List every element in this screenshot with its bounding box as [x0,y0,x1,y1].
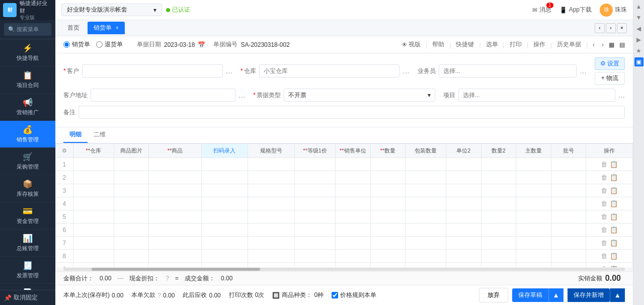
row-spec[interactable] [248,263,295,268]
project-picker-icon[interactable]: ... [618,91,625,100]
row-product[interactable] [149,237,201,250]
operation-button[interactable]: 操作 [531,39,547,50]
save-draft-button[interactable]: 保存草稿 [512,288,548,302]
sidebar-item-invoice[interactable]: 🧾 发票管理 [0,257,55,284]
sidebar-item-sales[interactable]: 💰 销售管理 [0,121,55,148]
row-qty2[interactable] [481,197,516,210]
row-price[interactable] [294,197,335,210]
th-settings[interactable]: ⚙ [56,144,73,158]
row-barcode[interactable] [201,223,248,237]
row-pack-qty[interactable] [406,171,446,184]
sidebar-item-marketing[interactable]: 📢 营销推广 [0,94,55,121]
print-button[interactable]: 打印 [508,39,524,50]
panel-icon-2[interactable]: ▼ [634,13,643,22]
row-unit[interactable] [336,171,371,184]
row-delete-button[interactable]: 🗑 [600,212,608,221]
row-price[interactable] [294,237,335,250]
staff-input[interactable] [439,64,577,78]
row-batch[interactable] [551,223,586,237]
sidebar-unpin-button[interactable]: 📌 取消固定 [0,290,55,305]
row-qty2[interactable] [481,237,516,250]
sidebar-item-finance[interactable]: 💳 资金管理 [0,202,55,230]
row-product[interactable] [149,250,201,263]
row-spec[interactable] [248,210,295,223]
search-menu-button[interactable]: 🔍 搜索菜单 [4,23,51,36]
row-spec[interactable] [248,158,295,171]
row-product[interactable] [149,158,201,171]
row-unit2[interactable] [446,263,481,268]
row-main-qty[interactable] [516,197,551,210]
panel-icon-4[interactable]: ▶ [634,35,643,44]
row-batch[interactable] [551,171,586,184]
row-batch[interactable] [551,158,586,171]
row-spec[interactable] [248,250,295,263]
row-main-qty[interactable] [516,184,551,197]
radio-return-input[interactable] [96,41,103,48]
row-delete-button[interactable]: 🗑 [600,199,608,208]
row-copy-button[interactable]: 📋 [609,239,618,247]
discard-button[interactable]: 放弃 [479,288,508,302]
row-qty[interactable] [370,237,406,250]
row-copy-button[interactable]: 📋 [609,252,618,260]
row-product[interactable] [149,197,201,210]
radio-sale-input[interactable] [63,41,70,48]
row-delete-button[interactable]: 🗑 [600,160,608,169]
customer-input[interactable] [82,64,223,78]
warehouse-picker-icon[interactable]: ... [403,66,409,75]
panel-icon-5[interactable]: ★ [634,46,643,55]
row-barcode[interactable] [201,237,248,250]
sidebar-item-project[interactable]: 📋 项目合同 [0,66,55,94]
row-qty[interactable] [370,223,406,237]
row-qty[interactable] [370,171,406,184]
row-warehouse[interactable] [73,171,114,184]
row-unit[interactable] [336,184,371,197]
calendar-icon[interactable]: 📅 [198,41,205,48]
save-draft-dropdown[interactable]: ▲ [548,288,564,302]
row-qty2[interactable] [481,158,516,171]
invoice-select-wrapper[interactable]: 不开票 ▾ [284,89,435,102]
row-delete-button[interactable]: 🗑 [600,186,608,195]
row-qty[interactable] [370,250,406,263]
row-unit[interactable] [336,263,371,268]
row-unit[interactable] [336,210,371,223]
row-price[interactable] [294,263,335,268]
select-button[interactable]: 选单 [484,39,500,50]
panel-icon-3[interactable]: ◀ [634,24,643,33]
row-pack-qty[interactable] [406,237,446,250]
row-warehouse[interactable] [73,263,114,268]
help-icon[interactable]: ? [166,275,169,282]
row-copy-button[interactable]: 📋 [609,160,618,169]
shortcut-key-button[interactable]: 快捷键 [454,39,476,50]
row-price[interactable] [294,171,335,184]
sidebar-item-purchase[interactable]: 🛒 采购管理 [0,148,55,175]
row-barcode[interactable] [201,184,248,197]
row-warehouse[interactable] [73,210,114,223]
row-copy-button[interactable]: 📋 [609,225,618,234]
prev-record-button[interactable]: ‹ [591,40,597,49]
row-warehouse[interactable] [73,223,114,237]
horizontal-scrollbar[interactable] [55,267,633,271]
row-price[interactable] [294,184,335,197]
row-unit2[interactable] [446,197,481,210]
setting-button[interactable]: ⚙ 设置 [595,57,625,70]
company-selector[interactable]: 好业财专业版演示帐套 ▾ [61,4,162,16]
row-batch[interactable] [551,184,586,197]
row-delete-button[interactable]: 🗑 [600,225,608,234]
row-unit2[interactable] [446,171,481,184]
row-warehouse[interactable] [73,184,114,197]
row-unit2[interactable] [446,184,481,197]
row-unit[interactable] [336,158,371,171]
tab-2d[interactable]: 二维 [88,127,112,143]
row-warehouse[interactable] [73,158,114,171]
row-qty2[interactable] [481,210,516,223]
row-qty[interactable] [370,197,406,210]
row-main-qty[interactable] [516,171,551,184]
tab-prev-button[interactable]: ‹ [595,23,605,33]
row-unit[interactable] [336,197,371,210]
sidebar-item-quick-nav[interactable]: ⚡ 快捷导航 [0,39,55,66]
row-unit[interactable] [336,250,371,263]
row-qty[interactable] [370,210,406,223]
project-input[interactable] [458,89,615,102]
row-warehouse[interactable] [73,237,114,250]
message-button[interactable]: ✉ 消息 1 [532,6,551,14]
